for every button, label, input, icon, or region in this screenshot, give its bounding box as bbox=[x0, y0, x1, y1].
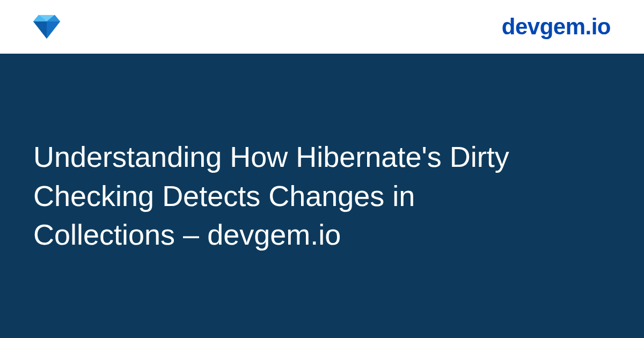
svg-marker-4 bbox=[33, 21, 47, 39]
site-name: devgem.io bbox=[502, 14, 611, 40]
gem-icon bbox=[33, 13, 60, 40]
page-title: Understanding How Hibernate's Dirty Chec… bbox=[33, 137, 516, 255]
header: devgem.io bbox=[0, 0, 644, 54]
svg-marker-5 bbox=[47, 21, 60, 39]
hero: Understanding How Hibernate's Dirty Chec… bbox=[0, 54, 644, 338]
